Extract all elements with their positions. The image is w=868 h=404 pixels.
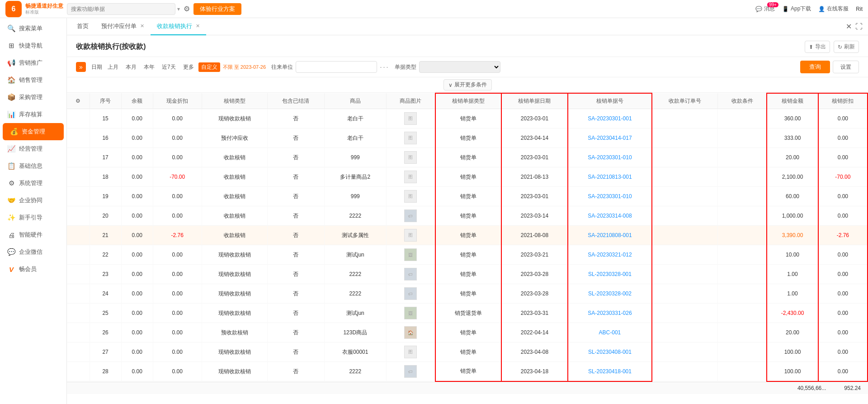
tab-prepay[interactable]: 预付冲应付单 ✕ (95, 18, 151, 35)
date-opt-this-month[interactable]: 本月 (123, 62, 139, 72)
cell-included: 否 (267, 284, 324, 304)
cell-receipt-order-no (652, 167, 718, 187)
col-settings[interactable]: ⚙ (67, 93, 90, 109)
expand-more-btn[interactable]: ∨ 展开更多条件 (443, 79, 492, 90)
bill-no-link[interactable]: SL-20230328-002 (588, 290, 632, 297)
sidebar-item-inventory[interactable]: 📊 库存核算 (0, 106, 66, 123)
bill-no-link[interactable]: ABC-001 (599, 329, 621, 336)
tab-home[interactable]: 首页 (71, 18, 95, 35)
cell-cash-discount: 0.00 (153, 245, 202, 265)
cell-product: 测试多属性 (324, 226, 386, 245)
sidebar-item-wechat[interactable]: 💬 企业微信 (0, 243, 66, 261)
cell-product: 2222 (324, 265, 386, 284)
cell-included: 否 (267, 128, 324, 148)
industry-btn[interactable]: 体验行业方案 (193, 3, 241, 15)
cell-product-img: 🏷 (386, 206, 435, 226)
cell-num: 18 (90, 167, 121, 187)
query-btn[interactable]: 查询 (800, 61, 830, 73)
tab-writeoff[interactable]: 收款核销执行 ✕ (151, 18, 206, 35)
filter-settings-btn[interactable]: 设置 (833, 61, 859, 73)
app-download-btn[interactable]: 📱 App下载 (782, 5, 811, 13)
cell-writeoff-discount: 0.00 (818, 362, 868, 381)
cell-settings (67, 362, 90, 381)
bill-no-link[interactable]: SA-20210813-001 (588, 174, 632, 180)
bill-no-link[interactable]: SA-20230314-008 (588, 213, 632, 219)
cell-receipt-order-no (652, 245, 718, 265)
cell-included: 否 (267, 362, 324, 381)
cell-num: 25 (90, 304, 121, 323)
refresh-btn[interactable]: ↻ 刷新 (834, 41, 859, 53)
cell-bill-date: 2023-03-31 (501, 304, 568, 323)
sidebar-item-system[interactable]: ⚙ 系统管理 (0, 175, 66, 192)
sidebar-item-corp[interactable]: 🤝 企业协同 (0, 192, 66, 209)
bill-no-link[interactable]: SL-20230328-001 (588, 271, 632, 277)
cell-num: 27 (90, 342, 121, 362)
tab-bar-actions: ✕ ⛶ (846, 22, 864, 31)
cell-settings (67, 109, 90, 128)
date-options: 上月 本月 本年 近7天 更多 自定义 (105, 62, 220, 72)
cell-bill-date: 2023-03-21 (501, 245, 568, 265)
bill-no-link[interactable]: SA-20210808-001 (588, 232, 632, 238)
refresh-label: 刷新 (844, 43, 855, 51)
filter-expand-btn[interactable]: » (76, 62, 86, 72)
bill-no-link[interactable]: SL-20230408-001 (588, 349, 632, 355)
cell-cash-discount: 0.00 (153, 206, 202, 226)
date-opt-7days[interactable]: 近7天 (159, 62, 179, 72)
cell-bill-type: 销货单 (435, 323, 502, 342)
date-opt-last-month[interactable]: 上月 (105, 62, 121, 72)
sidebar-item-sales[interactable]: 🏠 销售管理 (0, 71, 66, 89)
sidebar-item-member[interactable]: V 畅会员 (0, 261, 66, 278)
sidebar-item-hardware[interactable]: 🖨 智能硬件 (0, 226, 66, 243)
app-download-label: App下载 (791, 5, 811, 13)
sidebar-item-guide[interactable]: ✨ 新手引导 (0, 209, 66, 226)
sidebar-item-quicknav[interactable]: ⊞ 快捷导航 (0, 37, 66, 54)
sidebar-item-basic[interactable]: 📋 基础信息 (0, 157, 66, 175)
cell-writeoff-amount: 360.00 (767, 109, 818, 128)
col-num: 序号 (90, 93, 121, 109)
date-opt-this-year[interactable]: 本年 (141, 62, 157, 72)
from-unit-input[interactable] (296, 61, 377, 73)
sidebar-item-search[interactable]: 🔍 搜索菜单 (0, 20, 66, 37)
online-service-label: 在线客服 (827, 5, 849, 13)
search-input[interactable] (67, 3, 175, 15)
bill-no-link[interactable]: SA-20230301-010 (588, 154, 632, 161)
bill-no-link[interactable]: SA-20230331-026 (588, 310, 632, 316)
cell-product-img: 🖼 (386, 304, 435, 323)
tab-prepay-close-icon[interactable]: ✕ (140, 23, 144, 29)
cell-receipt-cond (718, 265, 767, 284)
online-service-btn[interactable]: 👤 在线客服 (818, 5, 849, 13)
tab-writeoff-label: 收款核销执行 (157, 22, 192, 30)
col-bill-date: 核销单据日期 (501, 93, 568, 109)
bill-no-link[interactable]: SA-20230414-017 (588, 135, 632, 141)
filter-bar: » 日期 上月 本月 本年 近7天 更多 自定义 不限 至 2023-07-26 (67, 57, 868, 77)
bill-no-link[interactable]: SL-20230418-001 (588, 368, 632, 375)
tab-close-all-icon[interactable]: ✕ (846, 22, 852, 31)
cell-settings (67, 148, 90, 167)
cell-receipt-cond (718, 362, 767, 381)
sidebar-label-wechat: 企业微信 (19, 248, 42, 256)
top-bar-right: 💬 消息 99+ 📱 App下载 👤 在线客服 Rit (755, 5, 863, 13)
date-opt-custom[interactable]: 自定义 (198, 62, 220, 72)
settings-gear-icon[interactable]: ⚙ (184, 5, 190, 13)
message-btn[interactable]: 💬 消息 99+ (755, 5, 775, 13)
export-btn[interactable]: ⬆ 导出 (805, 41, 830, 53)
sidebar-item-operation[interactable]: 📈 经营管理 (0, 140, 66, 157)
date-opt-more[interactable]: 更多 (180, 62, 197, 72)
tab-writeoff-close-icon[interactable]: ✕ (196, 23, 200, 29)
cell-writeoff-discount: 0.00 (818, 265, 868, 284)
bill-no-link[interactable]: SA-20230321-012 (588, 252, 632, 258)
operation-icon: 📈 (7, 145, 15, 153)
receipt-type-select[interactable] (419, 61, 500, 73)
cell-num: 19 (90, 187, 121, 206)
cell-receipt-order-no (652, 187, 718, 206)
bill-no-link[interactable]: SA-20230301-010 (588, 193, 632, 200)
page-header: 收款核销执行(按收款) ⬆ 导出 ↻ 刷新 (67, 35, 868, 57)
sidebar-item-marketing[interactable]: 📢 营销推广 (0, 54, 66, 71)
sidebar-item-finance[interactable]: 💰 资金管理 (3, 123, 64, 140)
cell-num: 22 (90, 245, 121, 265)
sidebar-item-purchase[interactable]: 📦 采购管理 (0, 89, 66, 106)
cell-product: 多计量商品2 (324, 167, 386, 187)
bill-no-link[interactable]: SA-20230301-001 (588, 115, 632, 122)
table-row: 19 0.00 0.00 收款核销 否 999 图 销货单 2023-03-01… (67, 187, 868, 206)
tab-expand-icon[interactable]: ⛶ (855, 23, 863, 31)
